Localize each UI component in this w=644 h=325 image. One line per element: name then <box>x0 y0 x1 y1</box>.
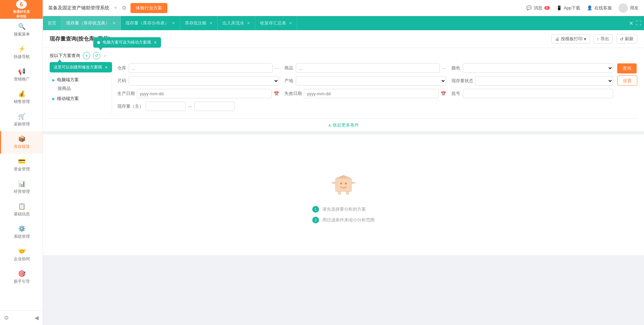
export-icon: ↑ <box>597 37 599 42</box>
tab-inventory-dist[interactable]: 现存量（库存分布表） ✕ <box>121 16 180 30</box>
online-service-action[interactable]: 👤 在线客服 <box>587 5 612 11</box>
industry-btn[interactable]: 体验行业方案 <box>130 3 167 13</box>
sidebar-item-label: 资金管理 <box>14 166 30 172</box>
operations-icon: 📊 <box>18 180 25 187</box>
expiry-date-label: 失效日期 <box>284 91 302 97</box>
goods-label: 商品 <box>284 65 294 71</box>
scheme-pc[interactable]: ▶ 电脑端方案 <box>50 75 112 84</box>
empty-steps: 1 请先选择要分析的方案 2 用过滤条件来缩小分析范围 <box>312 206 375 223</box>
calendar-icon-2[interactable]: 📅 <box>441 91 446 96</box>
sidebar-item-sales[interactable]: 💰 销售管理 <box>0 86 43 109</box>
user-action[interactable]: 用友 <box>619 3 639 13</box>
collapse-label: 收起更多条件 <box>333 122 359 128</box>
size-select[interactable] <box>129 76 279 86</box>
inventory-main-label: 现存量（主） <box>117 103 144 109</box>
footer-settings-btn[interactable]: ⚙ <box>4 315 9 321</box>
sidebar-item-search[interactable]: 🔍 搜索菜单 <box>0 19 43 41</box>
template-print-btn[interactable]: 🖨 按模板打印 ▾ <box>551 34 590 44</box>
tab-inout-flow[interactable]: 出入库流水 ✕ <box>218 16 255 30</box>
app-download-action[interactable]: 📱 App下载 <box>556 5 580 11</box>
sidebar-item-label: 基础信息 <box>14 211 30 217</box>
svg-rect-5 <box>332 182 336 184</box>
tabs-close-all-icon[interactable]: ✕ <box>629 20 633 26</box>
sidebar-item-newbie[interactable]: 🎯 新手引导 <box>0 266 43 288</box>
warehouse-input[interactable] <box>129 63 273 73</box>
tab-home[interactable]: 首页 <box>43 16 61 30</box>
goods-dots[interactable]: ⋯ <box>442 66 446 71</box>
origin-select[interactable] <box>296 76 446 86</box>
filter-arrow-btn[interactable]: ← <box>103 53 108 58</box>
sidebar-item-label: 销售管理 <box>14 99 30 105</box>
tab-collect-summary-close[interactable]: ✕ <box>289 21 292 25</box>
sidebar-item-finance[interactable]: 💳 资金管理 <box>0 154 43 176</box>
batch-input[interactable] <box>463 89 613 98</box>
phone-icon: 📱 <box>556 5 562 10</box>
empty-step-2-text: 用过滤条件来缩小分析范围 <box>322 217 375 223</box>
sidebar-item-system[interactable]: ⚙️ 系统管理 <box>0 221 43 243</box>
tab-collect-summary[interactable]: 收发存汇总表 ✕ <box>255 16 297 30</box>
topbar-settings-icon[interactable]: ⚙ <box>122 5 126 11</box>
sidebar-item-inventory[interactable]: 📦 库存核算 <box>0 131 43 154</box>
warehouse-dots[interactable]: ⋯ <box>275 66 279 71</box>
tab-collect-summary-label: 收发存汇总表 <box>260 20 286 26</box>
filter-refresh-btn[interactable]: ↺ <box>93 52 100 59</box>
logo-sub: 标准版 <box>16 14 26 19</box>
marketing-icon: 📢 <box>18 68 25 75</box>
search-btn[interactable]: 查询 <box>617 63 637 73</box>
empty-illustration <box>328 167 359 198</box>
logo-icon: 6 <box>16 0 27 9</box>
scheme-mobile[interactable]: ▶ 移动端方案 <box>50 94 112 103</box>
svg-rect-8 <box>346 191 349 195</box>
sidebar-item-operations[interactable]: 📊 经营管理 <box>0 176 43 199</box>
refresh-btn[interactable]: ↺ 刷新 <box>616 34 637 44</box>
tooltip-edit-close[interactable]: ✕ <box>105 65 108 70</box>
sidebar-item-label: 营销推广 <box>14 76 30 82</box>
tab-batch-account-close[interactable]: ✕ <box>209 21 213 25</box>
reset-btn[interactable]: 设置 <box>617 75 637 86</box>
topbar-right: 💬 消息 6 📱 App下载 👤 在线客服 用友 <box>526 3 639 13</box>
sidebar-footer: ⚙ ◀ <box>0 310 43 325</box>
tab-batch-account-label: 库存批次账 <box>185 20 207 26</box>
goods-input[interactable] <box>296 63 440 73</box>
tab-inout-flow-close[interactable]: ✕ <box>247 21 250 25</box>
collapse-btn[interactable]: ∧ 收起更多条件 <box>50 118 637 131</box>
inventory-status-label: 现存量状态 <box>451 78 473 84</box>
calendar-icon-1[interactable]: 📅 <box>274 91 279 96</box>
footer-collapse-btn[interactable]: ◀ <box>35 315 39 321</box>
app-download-label: App下载 <box>564 5 580 11</box>
color-select[interactable] <box>463 63 613 73</box>
svg-point-3 <box>340 182 342 184</box>
message-action[interactable]: 💬 消息 6 <box>526 5 550 11</box>
inventory-icon: 📦 <box>18 135 25 143</box>
sidebar-item-base[interactable]: 📋 基础信息 <box>0 199 43 221</box>
sidebar-item-quick-nav[interactable]: ⚡ 快捷导航 <box>0 41 43 64</box>
tabs-expand-icon[interactable]: ⛶ <box>636 20 641 26</box>
empty-step-1: 1 请先选择要分析的方案 <box>312 206 375 213</box>
sidebar-item-purchase[interactable]: 🛒 采购管理 <box>0 109 43 131</box>
search-icon: 🔍 <box>18 23 25 30</box>
sidebar-item-label: 新手引导 <box>14 279 30 284</box>
expiry-date-input[interactable] <box>304 89 439 98</box>
export-btn[interactable]: ↑ 导出 <box>593 34 613 44</box>
inventory-status-select[interactable] <box>475 76 613 86</box>
inventory-main-to[interactable] <box>194 102 234 111</box>
production-date-input[interactable] <box>137 89 272 98</box>
warehouse-label: 仓库 <box>117 65 127 71</box>
tab-inventory-status[interactable]: 现存量（库存状况表） ✕ <box>61 16 121 30</box>
tooltip-scheme-close[interactable]: ✕ <box>154 40 157 45</box>
svg-point-4 <box>345 182 347 184</box>
refresh-icon: ↺ <box>620 37 624 42</box>
user-label: 用友 <box>630 5 639 11</box>
production-date-label: 生产日期 <box>117 91 135 97</box>
empty-step-2: 2 用过滤条件来缩小分析范围 <box>312 217 375 223</box>
inventory-main-from[interactable] <box>146 102 186 111</box>
quick-nav-icon: ⚡ <box>18 45 25 53</box>
tab-batch-account[interactable]: 库存批次账 ✕ <box>180 16 218 30</box>
tab-inventory-dist-close[interactable]: ✕ <box>172 21 175 25</box>
sidebar-item-label: 采购管理 <box>14 121 30 127</box>
tab-inventory-status-close[interactable]: ✕ <box>112 21 116 25</box>
sidebar-item-enterprise[interactable]: 🤝 企业协同 <box>0 243 43 266</box>
filter-add-btn[interactable]: + <box>83 52 90 59</box>
scheme-pc-default[interactable]: 按商品 <box>50 84 112 93</box>
sidebar-item-marketing[interactable]: 📢 营销推广 <box>0 64 43 86</box>
